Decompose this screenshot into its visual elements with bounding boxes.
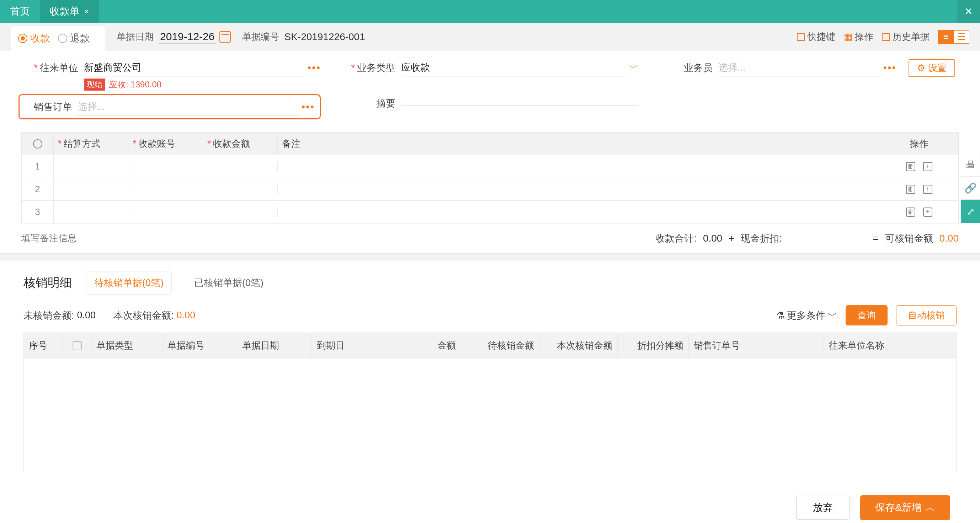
radio-icon: [58, 34, 67, 43]
view-list-button[interactable]: ≡: [938, 30, 954, 44]
salesperson-input[interactable]: 选择...: [718, 59, 880, 76]
view-grid-button[interactable]: ☰: [954, 30, 969, 44]
col-account: *收款账号: [128, 133, 203, 155]
sales-order-input[interactable]: 选择...: [78, 98, 298, 116]
calendar-icon[interactable]: [220, 31, 231, 43]
auto-writeoff-button[interactable]: 自动核销: [896, 305, 956, 325]
notes-input[interactable]: [21, 231, 206, 246]
window-close-button[interactable]: ×: [957, 0, 980, 23]
tab-done[interactable]: 已核销单据(0笔): [186, 271, 272, 295]
expand-icon[interactable]: ⤢: [961, 200, 980, 223]
writeoff-section: 核销明细 待核销单据(0笔) 已核销单据(0笔) 未核销金额: 0.00 本次核…: [0, 260, 980, 472]
col-disc: 折扣分摊额: [618, 333, 689, 358]
doc-number-label: 单据编号: [242, 30, 279, 43]
row-seq: 2: [22, 179, 54, 200]
ellipsis-icon[interactable]: •••: [307, 62, 321, 74]
radio-refund[interactable]: 退款: [58, 32, 90, 45]
top-tab-home[interactable]: 首页: [0, 0, 40, 23]
col-type: 单据类型: [91, 333, 162, 358]
document-header: 收款 退款 单据日期 2019-12-26 单据编号 SK-20191226-0…: [0, 23, 980, 51]
delete-row-icon[interactable]: 🗑: [906, 208, 915, 217]
operate-link[interactable]: ▦ 操作: [844, 30, 873, 43]
delete-row-icon[interactable]: 🗑: [906, 185, 915, 194]
history-link[interactable]: 历史单据: [882, 30, 929, 43]
payment-row[interactable]: 1 🗑 +: [22, 155, 958, 178]
link-label: 快捷键: [808, 30, 835, 43]
shortcut-link[interactable]: 快捷键: [797, 30, 835, 43]
col-pend: 待核销金额: [461, 333, 539, 358]
field-label: 销售订单: [24, 101, 72, 113]
add-row-icon[interactable]: +: [923, 208, 932, 217]
ellipsis-icon[interactable]: •••: [301, 101, 315, 113]
gear-icon: [33, 139, 42, 149]
customer-input[interactable]: 新盛商贸公司: [84, 59, 304, 76]
cell-method[interactable]: [54, 162, 128, 172]
cell-amount[interactable]: [203, 162, 278, 172]
col-date: 单据日期: [237, 333, 312, 358]
add-row-icon[interactable]: +: [923, 185, 932, 194]
col-checkbox[interactable]: [63, 333, 91, 358]
row-seq: 3: [22, 201, 54, 222]
cell-note[interactable]: [278, 184, 880, 194]
biztype-input[interactable]: 应收款: [401, 59, 626, 76]
total-value: 0.00: [703, 233, 722, 244]
button-label: 设置: [928, 62, 947, 74]
keyboard-icon: [797, 33, 805, 41]
this-writeoff-label: 本次核销金额:: [113, 309, 174, 322]
checkbox-icon[interactable]: [73, 341, 82, 350]
field-label: *往来单位: [25, 62, 78, 74]
top-tab-receipt[interactable]: 收款单 ×: [40, 0, 99, 23]
tab-pending[interactable]: 待核销单据(0笔): [86, 271, 172, 295]
field-label: 业务员: [659, 62, 713, 74]
settings-button[interactable]: ⚙ 设置: [908, 59, 955, 77]
payment-row[interactable]: 2 🗑 +: [22, 178, 958, 201]
writeoff-header: 核销明细 待核销单据(0笔) 已核销单据(0笔): [24, 271, 956, 295]
cell-account[interactable]: [128, 207, 203, 217]
doc-date-value[interactable]: 2019-12-26: [159, 30, 216, 44]
gear-icon: ⚙: [917, 63, 925, 74]
header-actions: 快捷键 ▦ 操作 历史单据 ≡ ☰: [797, 30, 969, 44]
close-icon[interactable]: ×: [84, 6, 89, 16]
cell-method[interactable]: [54, 207, 128, 217]
query-button[interactable]: 查询: [846, 305, 888, 325]
writeoff-table-header: 序号 单据类型 单据编号 单据日期 到期日 金额 待核销金额 本次核销金额 折扣…: [24, 333, 956, 358]
radio-icon: [18, 34, 27, 43]
cell-account[interactable]: [128, 184, 203, 194]
summary-input[interactable]: [401, 101, 638, 106]
cell-amount[interactable]: [203, 207, 278, 217]
cell-account[interactable]: [128, 162, 203, 172]
cell-amount[interactable]: [203, 184, 278, 194]
top-tab-label: 收款单: [50, 5, 80, 18]
link-label: 历史单据: [892, 30, 929, 43]
doc-number-group: 单据编号 SK-20191226-001: [242, 30, 365, 43]
more-conditions-button[interactable]: ⚗ 更多条件 ﹀: [776, 309, 837, 322]
avail-label: 可核销金额: [885, 232, 933, 245]
writeoff-table-body: [24, 358, 956, 472]
discount-input[interactable]: [788, 236, 867, 241]
ellipsis-icon[interactable]: •••: [883, 62, 896, 74]
cell-note[interactable]: [278, 207, 880, 217]
gear-column-header[interactable]: [22, 133, 54, 155]
col-amount: *收款金额: [203, 133, 278, 155]
view-toggle: ≡ ☰: [938, 30, 969, 44]
col-operations: 操作: [880, 133, 958, 155]
col-seq: 序号: [24, 333, 63, 358]
field-label: *业务类型: [342, 62, 395, 74]
col-note: 备注: [278, 133, 880, 155]
cell-method[interactable]: [54, 184, 128, 194]
radio-receipt[interactable]: 收款: [18, 32, 50, 45]
biztype-field: *业务类型 应收款 ﹀: [342, 59, 638, 76]
chevron-down-icon[interactable]: ﹀: [629, 62, 638, 74]
cell-ops: 🗑 +: [880, 180, 958, 199]
delete-row-icon[interactable]: 🗑: [906, 162, 915, 171]
field-label: 摘要: [342, 97, 395, 110]
unwritten-label: 未核销金额:: [24, 309, 74, 322]
sales-order-highlight: 销售订单 选择... •••: [19, 94, 321, 119]
summary-field: 摘要: [342, 97, 638, 110]
customer-field: *往来单位 新盛商贸公司 •••: [25, 59, 321, 76]
link-icon[interactable]: 🔗: [961, 176, 980, 200]
add-row-icon[interactable]: +: [923, 162, 932, 171]
print-icon[interactable]: 🖶: [961, 153, 980, 176]
cell-note[interactable]: [278, 162, 880, 172]
payment-row[interactable]: 3 🗑 +: [22, 201, 958, 223]
